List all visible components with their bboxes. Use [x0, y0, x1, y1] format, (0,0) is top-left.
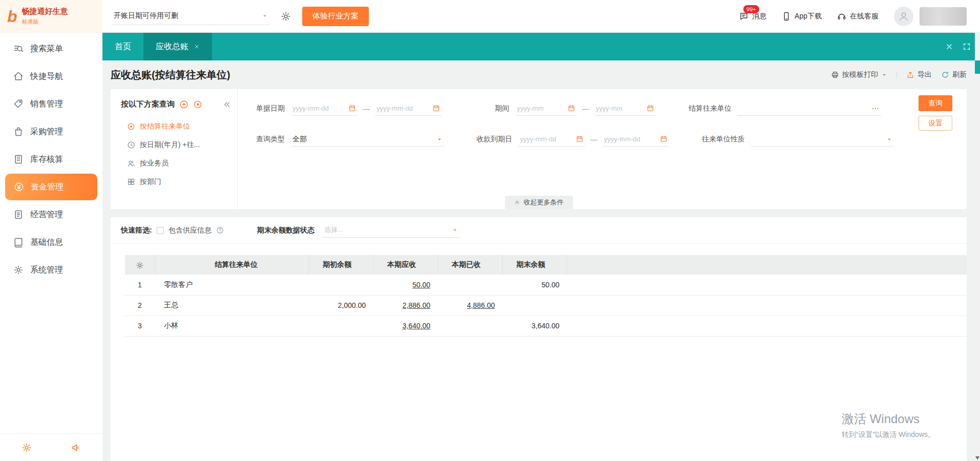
table-row[interactable]: 2 王总 2,000.00 2,886.00 4,886.00 [125, 295, 967, 316]
settle-unit-label: 结算往来单位 [682, 104, 732, 113]
sidebar-item-system[interactable]: 系统管理 [0, 256, 102, 284]
scrollbar-thumb[interactable] [975, 60, 980, 74]
sidebar-item-purchase[interactable]: 采购管理 [0, 118, 102, 145]
tab-receivable-ledger[interactable]: 应收总账 [143, 33, 212, 60]
business-doc-icon [13, 209, 24, 220]
sidebar-item-label: 搜索菜单 [30, 44, 63, 54]
date-placeholder: yyyy-mm-dd [604, 135, 640, 143]
scheme-by-date[interactable]: 按日期(年月) +往... [121, 136, 231, 154]
closing-status-placeholder: 选择... [324, 225, 343, 235]
collapse-more-conditions[interactable]: 收起更多条件 [505, 196, 573, 209]
query-type-label: 查询类型 [249, 135, 285, 144]
closing-status-select[interactable]: 选择... [322, 223, 461, 238]
cell-opening [308, 316, 373, 336]
scheme-label: 按日期(年月) +往... [140, 140, 200, 150]
sidebar-item-base-info[interactable]: 基础信息 [0, 228, 102, 256]
sidebar-item-label: 基础信息 [30, 237, 63, 248]
scheme-label: 按部门 [140, 177, 161, 186]
doc-date-from-field[interactable]: yyyy-mm-dd [291, 101, 358, 116]
table-row[interactable]: 3 小林 3,640.00 3,640.00 [125, 316, 967, 336]
sidebar-item-label: 采购管理 [30, 127, 63, 137]
messages-button[interactable]: 99+ 消息 [739, 12, 766, 21]
collapse-label: 收起更多条件 [524, 198, 564, 207]
cell-received-link[interactable]: 4,886.00 [467, 301, 495, 309]
column-settings-icon[interactable] [136, 261, 144, 269]
scheme-by-salesman[interactable]: 按业务员 [121, 154, 231, 173]
watermark-subtitle: 转到“设置”以激活 Windows。 [842, 430, 935, 439]
footer-gear-icon[interactable] [22, 443, 32, 453]
sidebar-item-label: 经营管理 [30, 209, 63, 220]
include-supplier-checkbox[interactable] [157, 227, 164, 234]
due-date-to-field[interactable]: yyyy-mm-dd [602, 132, 669, 146]
scrollbar-down-arrow[interactable] [975, 456, 979, 459]
brand: b 畅捷通好生意 标准版 [0, 0, 102, 33]
settings-button[interactable]: 设置 [919, 116, 952, 131]
user-avatar[interactable] [894, 7, 913, 26]
period-from-field[interactable]: yyyy-mm [515, 101, 577, 116]
settings-gear-icon[interactable] [281, 11, 291, 22]
search-button[interactable]: 查询 [919, 95, 952, 111]
purchase-bag-icon [13, 127, 24, 137]
sidebar-item-sales[interactable]: 销售管理 [0, 90, 102, 118]
unit-nature-label: 往来单位性质 [696, 135, 745, 144]
windows-activation-watermark: 激活 Windows 转到“设置”以激活 Windows。 [842, 411, 935, 439]
due-date-from-field[interactable]: yyyy-mm-dd [518, 132, 585, 146]
sidebar-item-funds[interactable]: 资金管理 [5, 174, 97, 200]
collapse-panel-icon[interactable] [223, 100, 231, 109]
tab-close-icon[interactable] [194, 44, 200, 50]
online-service-button[interactable]: 在线客服 [837, 12, 879, 21]
query-type-select[interactable]: 全部 [291, 132, 445, 146]
table-row[interactable]: 1 零散客户 50.00 50.00 [125, 275, 967, 295]
date-placeholder: yyyy-mm-dd [520, 135, 556, 143]
sidebar-footer [0, 433, 102, 461]
target-icon [127, 122, 135, 131]
closing-status-label: 期末余额数据状态 [257, 226, 315, 235]
footer-speaker-icon[interactable] [71, 443, 81, 453]
date-placeholder: yyyy-mm-dd [293, 104, 329, 112]
filter-panel: 单据日期 yyyy-mm-dd — yyyy-mm-dd 期间 yyyy-mm [238, 89, 975, 209]
app-download-button[interactable]: App下载 [782, 12, 822, 21]
export-button[interactable]: 导出 [906, 70, 932, 79]
period-to-field[interactable]: yyyy-mm [594, 101, 656, 116]
cell-receivable-link[interactable]: 2,886.00 [403, 301, 431, 309]
fullscreen-icon[interactable] [963, 43, 971, 51]
calendar-icon [432, 104, 440, 112]
ellipsis-picker-icon[interactable] [871, 104, 880, 113]
tab-home[interactable]: 首页 [102, 33, 143, 60]
cell-opening: 2,000.00 [308, 295, 373, 316]
scheme-by-department[interactable]: 按部门 [121, 173, 231, 191]
sidebar-item-search-menu[interactable]: 搜索菜单 [0, 35, 102, 62]
help-question-icon[interactable] [216, 226, 224, 234]
due-date-label: 收款到期日 [471, 135, 512, 144]
settle-unit-field[interactable] [738, 101, 881, 116]
close-all-tabs-icon[interactable] [945, 43, 953, 51]
cell-unit: 王总 [155, 295, 308, 316]
user-icon [898, 11, 909, 22]
sidebar-item-inventory[interactable]: 库存核算 [0, 145, 102, 173]
scheme-by-settle-unit[interactable]: 按结算往来单位 [121, 117, 231, 136]
header-closing-balance: 期末余额 [502, 255, 567, 275]
watermark-title: 激活 Windows [842, 411, 935, 427]
query-type-value: 全部 [293, 135, 307, 144]
inventory-building-icon [13, 154, 24, 164]
tabbar: 首页 应收总账 [102, 33, 980, 60]
add-scheme-icon[interactable] [179, 100, 189, 109]
tab-label: 首页 [115, 41, 131, 52]
refresh-button[interactable]: 刷新 [941, 70, 967, 79]
query-scheme-panel: 按以下方案查询 按结算往来单位 按日期(年月) +往... 按业务员 [111, 89, 238, 209]
cell-closing [502, 295, 567, 316]
sidebar-item-business[interactable]: 经营管理 [0, 201, 102, 228]
scheme-target-icon[interactable] [193, 100, 202, 109]
unit-nature-select[interactable] [751, 132, 894, 146]
trial-plan-button[interactable]: 体验行业方案 [302, 7, 369, 26]
brand-edition: 标准版 [22, 18, 68, 26]
cell-receivable-link[interactable]: 3,640.00 [403, 322, 431, 330]
print-by-template-button[interactable]: 按模板打印 [831, 70, 887, 79]
account-select[interactable]: 开账日期可停用可删 [112, 7, 270, 25]
cell-receivable-link[interactable]: 50.00 [412, 281, 430, 289]
sidebar-item-quick-nav[interactable]: 快捷导航 [0, 62, 102, 90]
doc-date-label: 单据日期 [249, 104, 285, 113]
messages-badge: 99+ [743, 5, 759, 13]
range-dash: — [582, 104, 589, 113]
doc-date-to-field[interactable]: yyyy-mm-dd [375, 101, 442, 116]
